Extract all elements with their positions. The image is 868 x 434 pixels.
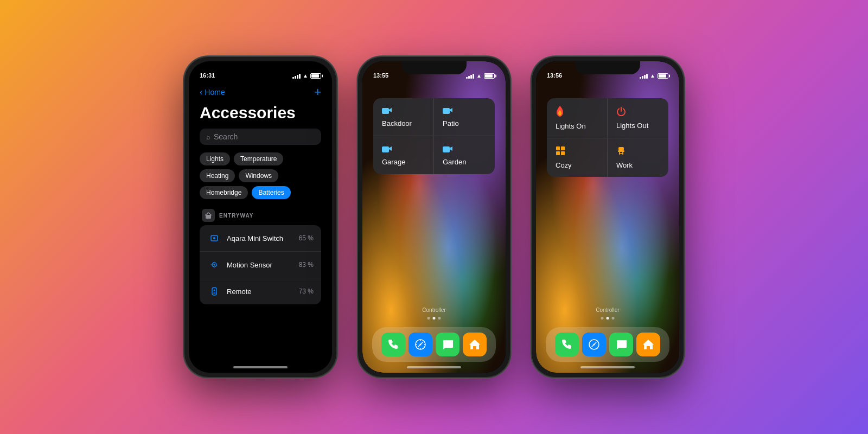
acc-battery-3: 73 % xyxy=(299,288,314,295)
sb4 xyxy=(473,74,474,79)
svg-rect-10 xyxy=(443,108,450,114)
menu-label-cozy: Cozy xyxy=(556,161,598,169)
menu-item-cozy[interactable]: Cozy xyxy=(547,138,608,177)
home-indicator-3 xyxy=(580,366,635,368)
search-icon: ⌕ xyxy=(206,133,210,141)
menu-item-garage[interactable]: Garage xyxy=(373,136,434,174)
chevron-left-icon: ‹ xyxy=(200,87,202,97)
signal-icon-3 xyxy=(640,73,648,79)
sb1 xyxy=(466,77,468,79)
notch-3 xyxy=(575,61,640,74)
battery-icon xyxy=(310,73,321,79)
time-3: 13:56 xyxy=(547,72,562,79)
dock-messages-2[interactable] xyxy=(436,333,459,356)
accessory-list: Aqara Mini Switch 65 % Motion Sensor xyxy=(200,225,321,304)
accessory-item-1[interactable]: Aqara Mini Switch 65 % xyxy=(200,225,321,252)
controller-label-3: Controller xyxy=(596,307,619,313)
page-dots-3 xyxy=(601,317,615,320)
wifi-icon-3: ▲ xyxy=(650,73,655,79)
svg-rect-9 xyxy=(382,108,389,114)
notch xyxy=(228,61,293,74)
accessory-item-3[interactable]: Remote 73 % xyxy=(200,278,321,304)
menu-label-lights-on: Lights On xyxy=(556,122,598,130)
signal-bar-2 xyxy=(295,76,296,79)
sb3-3 xyxy=(644,75,646,79)
battery-fill-3 xyxy=(659,74,666,78)
grid-icon xyxy=(556,146,598,158)
battery-icon-3 xyxy=(658,73,668,79)
svg-point-6 xyxy=(214,290,215,291)
sb1-3 xyxy=(640,77,641,79)
menu-item-lights-on[interactable]: Lights On xyxy=(547,98,608,138)
sb4-3 xyxy=(646,74,648,79)
camera-icon-patio xyxy=(443,106,486,116)
safari-dock-icon-3 xyxy=(588,339,600,350)
dock-phone-2[interactable] xyxy=(381,333,405,356)
menu-item-backdoor[interactable]: Backdoor xyxy=(373,98,434,136)
context-menu-3: Lights On Lights Out xyxy=(547,98,668,177)
svg-rect-19 xyxy=(618,147,624,150)
dot-3 xyxy=(438,317,441,320)
camera-icon-backdoor xyxy=(382,106,425,116)
grid-svg xyxy=(556,146,565,156)
nav-bar: ‹ Home + xyxy=(200,81,321,104)
section-label: ENTRYWAY xyxy=(219,213,253,219)
menu-label-garage: Garage xyxy=(382,158,425,166)
safari-dock-icon xyxy=(414,339,426,350)
menu-label-backdoor: Backdoor xyxy=(382,119,425,127)
acc-icon-1 xyxy=(207,231,221,245)
dot-2 xyxy=(433,317,436,320)
filter-chips: Lights Temperature Heating Windows Homeb… xyxy=(200,152,321,199)
svg-point-14 xyxy=(420,344,422,346)
svg-rect-7 xyxy=(213,292,215,292)
menu-label-patio: Patio xyxy=(443,119,486,127)
menu-item-patio[interactable]: Patio xyxy=(434,98,495,136)
power-icon xyxy=(616,106,660,118)
phone2-wallpaper: 13:55 ▲ xyxy=(362,61,506,373)
dock-messages-3[interactable] xyxy=(609,333,633,356)
home-indicator-2 xyxy=(407,366,461,368)
dot-1-3 xyxy=(601,317,604,320)
acc-icon-2 xyxy=(207,258,221,272)
wifi-icon-2: ▲ xyxy=(476,73,482,79)
filter-heating[interactable]: Heating xyxy=(200,169,235,182)
accessory-item-2[interactable]: Motion Sensor 83 % xyxy=(200,252,321,278)
battery-fill xyxy=(311,74,319,78)
filter-homebridge[interactable]: Homebridge xyxy=(200,186,248,199)
camera-svg-3 xyxy=(382,145,392,152)
filter-windows[interactable]: Windows xyxy=(239,169,278,182)
time-2: 13:55 xyxy=(373,72,388,79)
menu-label-lights-out: Lights Out xyxy=(616,122,660,130)
dock-safari-3[interactable] xyxy=(582,333,606,356)
dock-home-3[interactable] xyxy=(636,333,660,356)
filter-lights[interactable]: Lights xyxy=(200,152,230,165)
dock-safari-2[interactable] xyxy=(409,333,432,356)
signal-bar-3 xyxy=(297,75,298,79)
svg-rect-17 xyxy=(556,151,560,155)
dock-home-2[interactable] xyxy=(463,333,487,356)
messages-dock-icon-3 xyxy=(615,339,627,350)
phone1-content: ‹ Home + Accessories ⌕ Search Lights Tem… xyxy=(189,81,332,373)
search-bar[interactable]: ⌕ Search xyxy=(200,129,321,145)
search-placeholder: Search xyxy=(214,132,238,141)
filter-temperature[interactable]: Temperature xyxy=(234,152,283,165)
back-button[interactable]: ‹ Home xyxy=(200,87,225,97)
fire-svg xyxy=(556,106,564,117)
motion-icon xyxy=(209,260,219,270)
back-label: Home xyxy=(205,88,225,97)
chair-svg xyxy=(616,146,626,156)
menu-item-work[interactable]: Work xyxy=(608,138,668,177)
signal-icon-2 xyxy=(466,73,474,79)
menu-item-lights-out[interactable]: Lights Out xyxy=(608,98,668,138)
menu-label-garden: Garden xyxy=(443,158,486,166)
menu-grid-2: Backdoor Patio xyxy=(373,98,495,174)
menu-item-garden[interactable]: Garden xyxy=(434,136,495,174)
signal-bar-1 xyxy=(292,77,294,79)
add-button[interactable]: + xyxy=(314,85,321,99)
status-icons-1: ▲ xyxy=(292,73,321,79)
phone-2: 13:55 ▲ xyxy=(358,57,510,377)
acc-battery-1: 65 % xyxy=(299,234,314,242)
filter-batteries[interactable]: Batteries xyxy=(252,186,290,199)
acc-name-3: Remote xyxy=(227,288,293,296)
dock-phone-3[interactable] xyxy=(555,333,579,356)
